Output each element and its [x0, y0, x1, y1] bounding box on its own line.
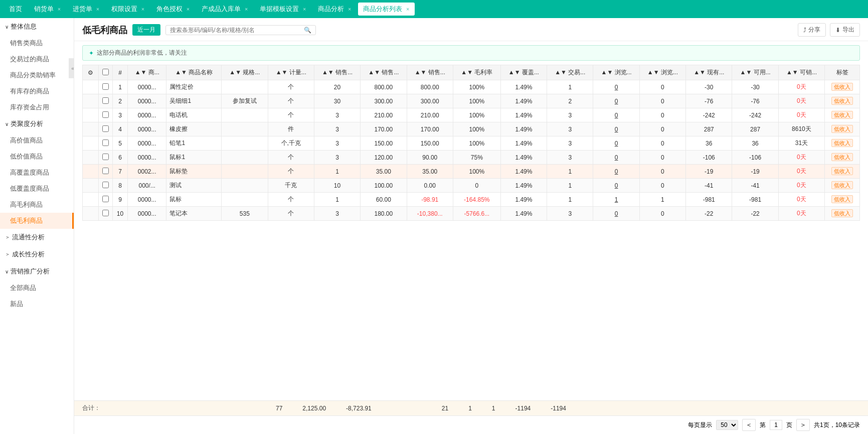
close-icon[interactable]: × [187, 6, 190, 12]
nav-sales[interactable]: 销货单 × [29, 3, 66, 16]
row-checkbox[interactable] [102, 139, 109, 146]
row-checkbox[interactable] [102, 210, 109, 216]
col-unit[interactable]: ▲▼ 计量... [268, 65, 314, 80]
nav-purchase[interactable]: 进货单 × [68, 3, 104, 16]
sidebar-group-flow[interactable]: ＞ 流通性分析 [0, 229, 74, 246]
next-page-button[interactable]: ＞ [796, 419, 810, 431]
sidebar-item-stocked-goods[interactable]: 有库存的商品 [0, 83, 74, 99]
export-button[interactable]: ⬇ 导出 [830, 23, 860, 37]
checkbox-cell[interactable] [99, 165, 113, 179]
row-browse1[interactable]: 0 [593, 80, 639, 94]
col-sale-amount[interactable]: ▲▼ 销售... [407, 65, 453, 80]
close-icon[interactable]: × [58, 6, 61, 12]
row-browse1[interactable]: 0 [593, 94, 639, 108]
row-trade: 3 [547, 122, 593, 136]
col-browse2[interactable]: ▲▼ 浏览... [639, 65, 685, 80]
col-trade[interactable]: ▲▼ 交易... [547, 65, 593, 80]
sidebar-item-new-goods[interactable]: 新品 [0, 296, 74, 312]
per-page-select[interactable]: 50 [716, 420, 738, 430]
nav-home[interactable]: 首页 [4, 3, 27, 16]
sidebar-item-high-value[interactable]: 高价值商品 [0, 132, 74, 149]
share-button[interactable]: ⤴ 分享 [798, 23, 826, 37]
sidebar-item-high-margin[interactable]: 高毛利商品 [0, 197, 74, 213]
sidebar-item-category-rate[interactable]: 商品分类助销率 [0, 67, 74, 83]
col-browse1[interactable]: ▲▼ 浏览... [593, 65, 639, 80]
row-current: -41 [686, 179, 732, 193]
col-coverage[interactable]: ▲▼ 覆盖... [500, 65, 547, 80]
row-checkbox[interactable] [102, 83, 109, 90]
row-browse2: 0 [639, 151, 685, 165]
sidebar-item-sales-goods[interactable]: 销售类商品 [0, 35, 74, 51]
nav-role[interactable]: 角色授权 × [151, 3, 195, 16]
row-browse1[interactable]: 1 [593, 193, 639, 207]
prev-page-button[interactable]: ＜ [742, 419, 756, 431]
row-browse1[interactable]: 0 [593, 136, 639, 151]
filter-recent-month-button[interactable]: 近一月 [132, 24, 160, 36]
sidebar-group-cluster[interactable]: ∨ 类聚度分析 [0, 115, 74, 132]
row-gross-rate: 100% [453, 94, 500, 108]
col-settings[interactable]: ⚙ [83, 65, 99, 80]
row-checkbox[interactable] [102, 97, 109, 104]
sidebar-item-low-margin[interactable]: 低毛利商品 [0, 213, 74, 229]
row-sale-price: 210.00 [361, 108, 407, 122]
sidebar-item-high-coverage[interactable]: 高覆盖度商品 [0, 165, 74, 181]
row-browse1[interactable]: 0 [593, 151, 639, 165]
sidebar-group-marketing[interactable]: ∨ 营销推广分析 [0, 263, 74, 280]
col-name[interactable]: ▲▼ 商品名称 [166, 65, 222, 80]
close-icon[interactable]: × [348, 6, 351, 12]
sidebar-item-low-value[interactable]: 低价值商品 [0, 149, 74, 165]
nav-goods-analysis[interactable]: 商品分析 × [313, 3, 356, 16]
row-checkbox[interactable] [102, 168, 109, 174]
col-available[interactable]: ▲▼ 可用... [732, 65, 778, 80]
search-icon[interactable]: 🔍 [304, 27, 311, 34]
nav-template[interactable]: 单据模板设置 × [255, 3, 311, 16]
checkbox-cell[interactable] [99, 108, 113, 122]
sidebar-group-growth[interactable]: ＞ 成长性分析 [0, 246, 74, 263]
col-saleable[interactable]: ▲▼ 可销... [778, 65, 824, 80]
col-current[interactable]: ▲▼ 现有... [686, 65, 732, 80]
checkbox-cell[interactable] [99, 136, 113, 151]
row-browse1[interactable]: 0 [593, 122, 639, 136]
checkbox-cell[interactable] [99, 122, 113, 136]
nav-permission[interactable]: 权限设置 × [106, 3, 149, 16]
row-browse1[interactable]: 0 [593, 108, 639, 122]
checkbox-cell[interactable] [99, 80, 113, 94]
row-checkbox[interactable] [102, 196, 109, 202]
row-browse1[interactable]: 0 [593, 179, 639, 193]
sidebar-item-all-goods[interactable]: 全部商品 [0, 280, 74, 296]
col-code[interactable]: ▲▼ 商... [128, 65, 166, 80]
sidebar-item-low-coverage[interactable]: 低覆盖度商品 [0, 181, 74, 197]
checkbox-cell[interactable] [99, 193, 113, 207]
col-sale-price[interactable]: ▲▼ 销售... [361, 65, 407, 80]
row-checkbox[interactable] [102, 182, 109, 188]
close-icon[interactable]: × [96, 6, 99, 12]
nav-goods-analysis-list[interactable]: 商品分析列表 × [358, 3, 414, 16]
nav-product-entry[interactable]: 产成品入库单 × [197, 3, 253, 16]
sidebar-group-overall[interactable]: ∨ 整体信息 [0, 18, 74, 35]
close-icon[interactable]: × [141, 6, 144, 12]
col-checkbox[interactable] [99, 65, 113, 80]
select-all-checkbox[interactable] [102, 69, 109, 75]
row-browse1[interactable]: 0 [593, 165, 639, 179]
close-icon[interactable]: × [245, 6, 248, 12]
row-gross-rate: 100% [453, 108, 500, 122]
row-checkbox[interactable] [102, 111, 109, 118]
close-icon[interactable]: × [406, 6, 409, 12]
row-checkbox[interactable] [102, 154, 109, 160]
row-name: 吴细细1 [166, 94, 222, 108]
sidebar-collapse-button[interactable]: « [69, 58, 74, 78]
checkbox-cell[interactable] [99, 151, 113, 165]
row-browse1[interactable]: 0 [593, 207, 639, 221]
checkbox-cell[interactable] [99, 207, 113, 221]
search-input[interactable] [170, 27, 304, 34]
col-gross-rate[interactable]: ▲▼ 毛利率 [453, 65, 500, 80]
checkbox-cell[interactable] [99, 179, 113, 193]
tag-badge: 低收入 [831, 111, 853, 119]
col-sale-qty[interactable]: ▲▼ 销售... [314, 65, 360, 80]
sidebar-item-traded-goods[interactable]: 交易过的商品 [0, 51, 74, 67]
col-spec[interactable]: ▲▼ 规格... [222, 65, 268, 80]
checkbox-cell[interactable] [99, 94, 113, 108]
close-icon[interactable]: × [303, 6, 306, 12]
sidebar-item-stock-capital[interactable]: 库存资金占用 [0, 99, 74, 115]
row-checkbox[interactable] [102, 125, 109, 132]
